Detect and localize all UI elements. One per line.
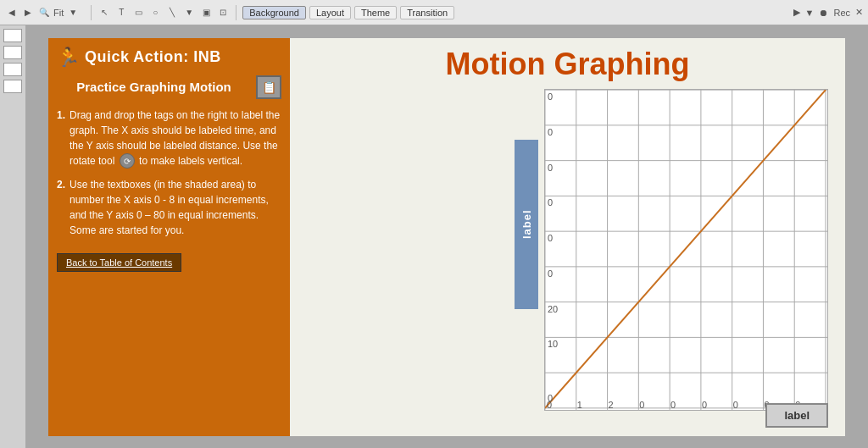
- instruction-item-1: 1. Drag and drop the tags on the right t…: [57, 108, 281, 169]
- svg-text:20: 20: [548, 303, 558, 313]
- svg-text:0: 0: [548, 126, 553, 136]
- svg-text:0: 0: [702, 399, 707, 409]
- subtitle: Practice Graphing Motion: [57, 80, 251, 94]
- left-instruction-panel: 🏃 Quick Action: INB Practice Graphing Mo…: [48, 38, 290, 436]
- svg-text:0: 0: [548, 91, 553, 102]
- toolbar-right: ▶ ▼ ⏺ Rec ✕: [793, 7, 863, 18]
- graph-grid: 0 0 0 0 0 0 20 10 0: [544, 89, 828, 411]
- run-icon: 🏃: [57, 47, 80, 69]
- square-icon[interactable]: ▭: [131, 6, 145, 19]
- line-icon[interactable]: ╲: [165, 6, 179, 19]
- pen-icon[interactable]: ▼: [182, 6, 196, 19]
- slide-thumb-3[interactable]: [3, 63, 22, 76]
- layout-button[interactable]: Layout: [309, 6, 351, 19]
- graph-svg: 0 0 0 0 0 0 20 10 0: [545, 90, 827, 410]
- svg-text:2: 2: [609, 399, 614, 409]
- toolbar-icons: ◀ ▶ 🔍 Fit ▼: [5, 6, 80, 19]
- fill-icon[interactable]: ▣: [199, 6, 213, 19]
- theme-button[interactable]: Theme: [354, 6, 397, 19]
- svg-text:1: 1: [577, 399, 582, 409]
- instructions: 1. Drag and drop the tags on the right t…: [57, 108, 281, 239]
- instruction-text-2: Use the textboxes (in the shaded area) t…: [70, 177, 281, 238]
- instruction-item-2: 2. Use the textboxes (in the shaded area…: [57, 177, 281, 238]
- y-axis-label-box: label: [515, 140, 538, 309]
- slide-title: Motion Graphing: [446, 47, 690, 82]
- frame-icon[interactable]: ⊡: [216, 6, 230, 19]
- close-icon[interactable]: ✕: [855, 7, 863, 18]
- slide-thumb-1[interactable]: [3, 29, 22, 42]
- cursor-icon[interactable]: ↖: [97, 6, 111, 19]
- graph-container: 0 0 0 0 0 0 20 10 0: [544, 89, 828, 411]
- forward-icon[interactable]: ▶: [21, 6, 35, 19]
- graph-area: label: [515, 89, 828, 411]
- main-area: 🏃 Quick Action: INB Practice Graphing Mo…: [0, 25, 868, 448]
- transition-button[interactable]: Transition: [400, 6, 454, 19]
- fit-label: Fit: [53, 8, 64, 18]
- panel-header: 🏃 Quick Action: INB: [57, 47, 281, 69]
- svg-text:0: 0: [548, 162, 553, 172]
- svg-line-20: [545, 90, 826, 408]
- svg-text:0: 0: [548, 197, 553, 207]
- background-button[interactable]: Background: [242, 6, 306, 19]
- subtitle-box: Practice Graphing Motion 📋: [57, 75, 281, 99]
- text-icon[interactable]: T: [114, 6, 128, 19]
- slides-panel: [0, 25, 25, 448]
- slide-thumb-2[interactable]: [3, 46, 22, 59]
- svg-text:0: 0: [547, 399, 552, 409]
- rec-label: Rec: [833, 8, 850, 18]
- canvas-area: 🏃 Quick Action: INB Practice Graphing Mo…: [25, 25, 868, 448]
- svg-text:0: 0: [670, 399, 676, 409]
- search-icon[interactable]: 🔍: [37, 6, 51, 19]
- toolbar: ◀ ▶ 🔍 Fit ▼ ↖ T ▭ ○ ╲ ▼ ▣ ⊡ Background L…: [0, 0, 868, 25]
- svg-text:0: 0: [548, 233, 553, 243]
- instruction-text-1: Drag and drop the tags on the right to l…: [70, 108, 281, 169]
- circle-icon[interactable]: ○: [148, 6, 162, 19]
- y-axis-label: label: [520, 209, 533, 239]
- svg-text:0: 0: [733, 399, 738, 409]
- copy-icon[interactable]: 📋: [256, 75, 281, 99]
- separator-2: [236, 5, 236, 20]
- svg-text:0: 0: [548, 268, 553, 278]
- svg-text:10: 10: [548, 339, 558, 349]
- back-button-label[interactable]: Back to Table of Contents: [57, 253, 181, 272]
- separator-1: [91, 5, 92, 20]
- dropdown-small-icon: ▼: [805, 8, 815, 18]
- dropdown-icon[interactable]: ▼: [66, 6, 80, 19]
- right-content: Motion Graphing distance (m) time (s) la…: [290, 38, 845, 436]
- rec-icon[interactable]: ⏺: [819, 8, 828, 18]
- slide-canvas: 🏃 Quick Action: INB Practice Graphing Mo…: [48, 38, 845, 436]
- back-icon[interactable]: ◀: [5, 6, 19, 19]
- back-button[interactable]: Back to Table of Contents: [57, 246, 281, 272]
- bottom-label-box[interactable]: label: [765, 403, 828, 428]
- instruction-num-1: 1.: [57, 108, 65, 169]
- instruction-num-2: 2.: [57, 177, 65, 238]
- arrow-right-icon: ▶: [793, 7, 800, 18]
- panel-title: Quick Action: INB: [85, 48, 221, 66]
- rotate-icon[interactable]: ⟳: [120, 153, 135, 169]
- svg-text:0: 0: [639, 399, 644, 409]
- slide-thumb-4[interactable]: [3, 80, 22, 93]
